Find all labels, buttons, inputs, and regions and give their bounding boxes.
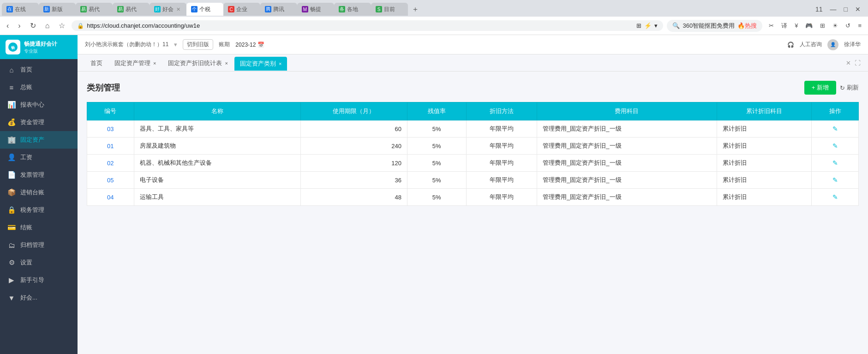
sidebar-item-salary[interactable]: 👤 工资 bbox=[0, 149, 78, 166]
reload-button[interactable]: ↻ bbox=[27, 19, 39, 32]
close-tab-depreciation[interactable]: × bbox=[225, 60, 227, 66]
page-tab-depreciation-label: 固定资产折旧统计表 bbox=[168, 59, 222, 67]
browser-tab-8[interactable]: 腾 腾讯 bbox=[260, 3, 297, 16]
back-button[interactable]: ‹ bbox=[4, 20, 12, 32]
undo-icon[interactable]: ↺ bbox=[843, 20, 853, 31]
lightning-icon[interactable]: ⚡ bbox=[644, 22, 652, 29]
scissors-icon[interactable]: ✂ bbox=[766, 20, 777, 31]
menu-icon[interactable]: ≡ bbox=[855, 20, 864, 31]
calendar-icon[interactable]: 📅 bbox=[257, 42, 264, 48]
refresh-icon: ↻ bbox=[840, 84, 845, 91]
sidebar-item-capital[interactable]: 💰 资金管理 bbox=[0, 114, 78, 131]
topbar-dropdown-icon[interactable]: ▾ bbox=[174, 41, 177, 48]
add-category-button[interactable]: + 新增 bbox=[804, 81, 836, 95]
sidebar-item-guide[interactable]: ▶ 新手引导 bbox=[0, 271, 78, 289]
archive-icon: 🗂 bbox=[7, 241, 16, 249]
cell-expense-2: 管理费用_固定资产折旧_一级 bbox=[537, 155, 717, 172]
page-tab-home[interactable]: 首页 bbox=[85, 56, 108, 71]
browser-tab-11[interactable]: S 目前 bbox=[371, 3, 408, 16]
home-button[interactable]: ⌂ bbox=[42, 20, 53, 32]
close-tab-fixed-mgmt[interactable]: × bbox=[153, 60, 156, 66]
tab-icon-6: 个 bbox=[191, 6, 198, 12]
maximize-icon[interactable]: □ bbox=[842, 5, 850, 14]
sidebar-item-more[interactable]: ▼ 好会... bbox=[0, 289, 78, 306]
tab-close-5[interactable]: ✕ bbox=[176, 6, 180, 12]
sidebar-label-capital: 资金管理 bbox=[20, 118, 44, 126]
browser-tab-9[interactable]: M 畅提 bbox=[297, 3, 334, 16]
tab-label-7: 企业 bbox=[236, 6, 247, 13]
code-link-1[interactable]: 01 bbox=[107, 143, 114, 150]
sidebar-label-home: 首页 bbox=[20, 66, 32, 74]
browser-tab-1[interactable]: 在 在线 bbox=[2, 3, 39, 16]
sidebar-item-invoice[interactable]: 📄 发票管理 bbox=[0, 166, 78, 184]
sidebar-item-ledger[interactable]: ≡ 总账 bbox=[0, 78, 78, 96]
switch-version-button[interactable]: 切到旧版 bbox=[183, 39, 213, 50]
cell-residual-1: 5% bbox=[407, 138, 466, 155]
code-link-2[interactable]: 02 bbox=[107, 160, 114, 167]
sidebar-item-archive[interactable]: 🗂 归档管理 bbox=[0, 236, 78, 254]
browser-tab-5[interactable]: 好 好会 ✕ bbox=[150, 3, 186, 16]
close-tab-category[interactable]: × bbox=[279, 61, 281, 66]
sidebar-item-report[interactable]: 📊 报表中心 bbox=[0, 96, 78, 114]
sidebar-item-fixed[interactable]: 🏢 固定资产 bbox=[0, 131, 78, 149]
search-icon: 🔍 bbox=[672, 22, 680, 29]
edit-button-4[interactable]: ✎ bbox=[832, 193, 838, 201]
browser-tab-3[interactable]: 易 易代 bbox=[76, 3, 113, 16]
browser-tab-2[interactable]: 新 新版 bbox=[39, 3, 76, 16]
address-dropdown-icon[interactable]: ▾ bbox=[654, 22, 658, 29]
tab-icon-9: M bbox=[302, 6, 308, 12]
sidebar-item-settings[interactable]: ⚙ 设置 bbox=[0, 254, 78, 271]
edit-button-2[interactable]: ✎ bbox=[832, 159, 838, 167]
browser-tab-4[interactable]: 易 易代 bbox=[113, 3, 150, 16]
refresh-button[interactable]: ↻ 刷新 bbox=[840, 81, 859, 95]
panel-close-icon[interactable]: ✕ bbox=[846, 60, 851, 66]
browser-tab-7[interactable]: C 企业 bbox=[223, 3, 260, 16]
code-link-0[interactable]: 03 bbox=[107, 126, 114, 132]
edit-button-0[interactable]: ✎ bbox=[832, 125, 838, 132]
hot-label: 🔥热搜 bbox=[737, 22, 757, 30]
new-tab-button[interactable]: ＋ bbox=[408, 3, 423, 16]
browser-tabs: 在 在线 新 新版 易 易代 易 易代 好 好会 ✕ 个 个税 C 企业 腾 bbox=[0, 0, 868, 17]
edit-button-1[interactable]: ✎ bbox=[832, 142, 838, 150]
close-icon[interactable]: ✕ bbox=[853, 5, 862, 14]
forward-button[interactable]: › bbox=[15, 20, 23, 32]
url-display: https://cloud.chanjet.com/accounting/uw1… bbox=[87, 22, 634, 29]
site-info-icon[interactable]: ⊞ bbox=[636, 22, 641, 29]
cell-method-2: 年限平均 bbox=[466, 155, 537, 172]
minimize-icon[interactable]: — bbox=[828, 5, 838, 14]
topbar-support-label[interactable]: 人工咨询 bbox=[800, 41, 822, 48]
sidebar-item-home[interactable]: ⌂ 首页 bbox=[0, 61, 78, 78]
search-bar[interactable]: 🔍 360智能抠图免费用 🔥热搜 bbox=[667, 20, 762, 32]
page-tab-depreciation[interactable]: 固定资产折旧统计表 × bbox=[162, 56, 233, 71]
cell-residual-3: 5% bbox=[407, 172, 466, 189]
code-link-4[interactable]: 04 bbox=[107, 194, 114, 201]
cell-residual-4: 5% bbox=[407, 189, 466, 206]
page-title: 类别管理 bbox=[87, 82, 120, 93]
page-tab-fixed-mgmt[interactable]: 固定资产管理 × bbox=[109, 56, 162, 71]
bookmark-button[interactable]: ☆ bbox=[56, 19, 68, 32]
grid-icon[interactable]: ⊞ bbox=[817, 20, 828, 31]
sidebar-item-tax[interactable]: 🔒 税务管理 bbox=[0, 201, 78, 219]
tab-label-5: 好会 bbox=[162, 6, 174, 13]
translate-icon[interactable]: 译 bbox=[778, 20, 790, 32]
game-icon[interactable]: 🎮 bbox=[802, 20, 815, 31]
home-icon: ⌂ bbox=[7, 66, 16, 74]
code-link-3[interactable]: 05 bbox=[107, 177, 114, 184]
sidebar-item-settle[interactable]: 💳 结账 bbox=[0, 219, 78, 236]
browser-tab-10[interactable]: 各 各地 bbox=[334, 3, 371, 16]
cell-name-0: 器具、工具、家具等 bbox=[134, 120, 300, 138]
browser-tab-6[interactable]: 个 个税 bbox=[186, 3, 223, 16]
sun-icon[interactable]: ☀ bbox=[830, 20, 841, 31]
address-bar[interactable]: 🔒 https://cloud.chanjet.com/accounting/u… bbox=[72, 20, 663, 31]
topbar-period: 2023-12 📅 bbox=[235, 42, 264, 48]
wallet-icon[interactable]: ¥ bbox=[792, 20, 801, 31]
search-text: 360智能抠图免费用 bbox=[682, 22, 735, 30]
sidebar-label-salary: 工资 bbox=[20, 153, 32, 162]
content-area: 刘小艳演示账套（勿删勿动！）11 ▾ 切到旧版 账期 2023-12 📅 🎧 人… bbox=[78, 35, 868, 354]
panel-expand-icon[interactable]: ⛶ bbox=[855, 60, 861, 66]
col-header-code: 编号 bbox=[87, 102, 134, 120]
sidebar-item-inventory[interactable]: 📦 进销台账 bbox=[0, 184, 78, 201]
page-tab-category[interactable]: 固定资产类别 × bbox=[234, 57, 287, 71]
cell-action-1: ✎ bbox=[812, 138, 859, 155]
edit-button-3[interactable]: ✎ bbox=[832, 176, 838, 184]
